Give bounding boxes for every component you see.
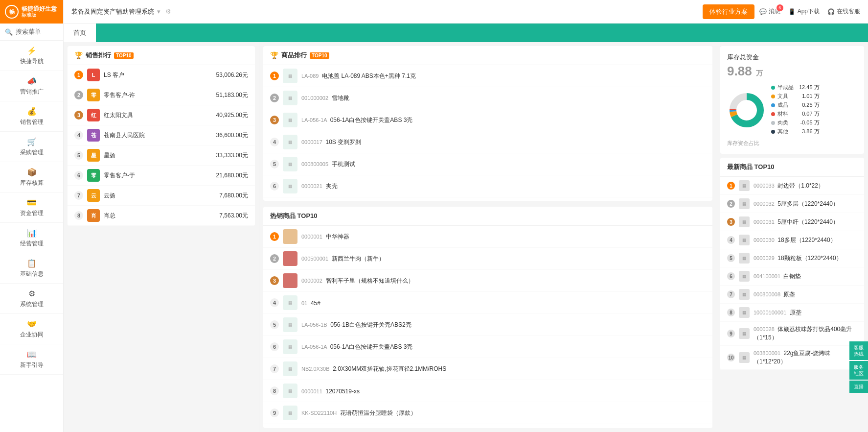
sidebar-item-marketing[interactable]: 📣 营销推广 — [0, 71, 63, 101]
app-download-btn[interactable]: 📱 App下载 — [788, 7, 820, 16]
product-code: 001000002 — [301, 95, 330, 101]
hot-product-item: 9 ▦ KK-SD22110H 花语萌恒温分腿睡袋（厚款） — [263, 402, 712, 424]
hot-product-list: 1 0000001 中华神器 2 000500001 新西兰牛肉（新牛） 3 0… — [263, 226, 712, 424]
sidebar-item-operation[interactable]: 📊 经营管理 — [0, 223, 63, 253]
sidebar-item-enterprise[interactable]: 🤝 企业协同 — [0, 314, 63, 344]
product-name: 056-1A白色按键开关盖ABS 3壳 — [330, 117, 413, 123]
sidebar-label: 新手引导 — [20, 361, 44, 369]
sales-rank-title: 销售排行 — [86, 51, 111, 60]
sidebar-label: 系统管理 — [20, 300, 44, 309]
newest-thumb: ▦ — [739, 352, 750, 363]
sidebar-item-inventory[interactable]: 📦 库存核算 — [0, 162, 63, 192]
donut-section: 半成品 12.45 万 文具 1.01 万 成品 0.25 万 材料 0.07 … — [727, 84, 857, 137]
tab-home[interactable]: 首页 — [64, 24, 96, 42]
chevron-down-icon[interactable]: ▾ — [157, 8, 160, 15]
rank-number: 1 — [270, 72, 279, 80]
product-code: 000500001 — [301, 256, 330, 262]
product-name: 056-1B白色按键开关壳ABS2壳 — [330, 321, 411, 328]
donut-chart — [727, 91, 766, 130]
legend-label: 半成品 — [777, 84, 794, 91]
rank-avatar: L — [87, 69, 100, 81]
message-btn[interactable]: 💬 消息 6 — [759, 7, 780, 16]
cs-hotline[interactable]: 客服热线 — [849, 341, 868, 360]
operation-icon: 📊 — [27, 228, 37, 238]
rank-number: 4 — [74, 131, 83, 140]
product-name: 新西兰牛肉（新牛） — [332, 255, 385, 262]
hot-product-item: 4 ▦ 01 45# — [263, 292, 712, 314]
newest-info: 0000033 封边带（1.0*22） — [754, 182, 857, 190]
sidebar-item-purchase[interactable]: 🛒 采购管理 — [0, 132, 63, 162]
sidebar-label: 资金管理 — [20, 209, 44, 217]
newest-item: 7 ▦ 000800008 原垄 — [720, 286, 864, 304]
product-name: 雪地靴 — [332, 95, 349, 101]
product-info: 000800005 手机测试 — [301, 160, 706, 168]
newest-thumb: ▦ — [739, 328, 750, 339]
newest-code: 003800001 — [754, 350, 782, 356]
placeholder-icon: ▦ — [288, 162, 293, 167]
svg-point-5 — [737, 100, 756, 120]
inventory-title: 库存总资金 — [727, 53, 857, 62]
product-name: 智利车子里（规格不知道填什么） — [326, 277, 414, 284]
product-thumb — [283, 251, 297, 266]
rank-number: 6 — [270, 342, 279, 351]
message-icon: 💬 — [759, 8, 767, 15]
newest-item: 2 ▦ 0000032 5厘多层（1220*2440） — [720, 195, 864, 213]
search-menu[interactable]: 🔍 搜索菜单 — [0, 24, 63, 41]
sidebar-item-basic-info[interactable]: 📋 基础信息 — [0, 253, 63, 284]
sales-rank-card: 🏆 销售排行 TOP10 1 L LS 客户 53,006.26元 2 零 零售… — [68, 46, 255, 226]
product-info: NB2.0X30B 2.0X30MM双搓花轴,搓花直径2.1MM/ROHS — [301, 365, 706, 373]
newest-info: 0000029 18颗粒板（1220*2440） — [754, 254, 857, 263]
sidebar-item-guide[interactable]: 📖 新手引导 — [0, 344, 63, 375]
guide-icon: 📖 — [27, 349, 37, 359]
placeholder-icon: ▦ — [288, 118, 293, 122]
product-rank2-list: 1 ▦ LA-089 电池盖 LA-089 ABS本色+黑种 7.1克 2 ▦ … — [263, 65, 712, 201]
product-code: 0000021 — [301, 183, 324, 189]
settings-icon[interactable]: ⚙ — [165, 8, 171, 15]
newest-code: 000800008 — [754, 291, 782, 297]
product-name: 电池盖 LA-089 ABS本色+黑种 7.1克 — [322, 72, 416, 79]
topbar: 装备及固定资产辅助管理系统 ▾ ⚙ 体验行业方案 💬 消息 6 📱 App下载 … — [64, 0, 868, 24]
sidebar-item-quick-nav[interactable]: ⚡ 快捷导航 — [0, 41, 63, 71]
legend-dot — [771, 130, 775, 134]
sidebar-item-system[interactable]: ⚙ 系统管理 — [0, 284, 63, 314]
product-rank2-item: 7 ▦ LA-59651-1B 59651-1B旋转投影灯电池盒ABS黑色+58… — [263, 197, 712, 201]
sidebar-item-sales[interactable]: 💰 销售管理 — [0, 101, 63, 132]
rank-number: 1 — [74, 71, 83, 79]
sidebar-label: 基础信息 — [20, 270, 44, 278]
newest-name: 白钢垫 — [783, 273, 801, 280]
inventory-unit: 万 — [756, 69, 763, 77]
product-rank2-header: 🏆 商品排行 TOP10 — [263, 46, 712, 65]
newest-info: 003800001 22g鱼豆腐-烧烤味（1*12*20） — [754, 349, 857, 366]
product-code: 0000011 — [301, 388, 324, 394]
product-code: 0000017 — [301, 139, 324, 145]
product-info: 01 45# — [301, 299, 706, 307]
product-name: 12070519-xs — [326, 388, 360, 395]
service-icon: 🎧 — [827, 8, 835, 15]
cs-live[interactable]: 直播 — [849, 381, 868, 393]
product-thumb: ▦ — [283, 361, 297, 376]
newest-rank-number: 6 — [727, 272, 735, 280]
product-thumb — [283, 273, 297, 288]
sidebar: 畅 畅捷通好生意 标准版 🔍 搜索菜单 ⚡ 快捷导航 📣 营销推广 💰 销售管理… — [0, 0, 64, 432]
newest-item: 3 ▦ 0000031 5厘中纤（1220*2440） — [720, 213, 864, 231]
product-name: 056-1A白色按键开关盖ABS 3壳 — [330, 343, 413, 350]
hot-product-item: 5 ▦ LA-056-1B 056-1B白色按键开关壳ABS2壳 — [263, 314, 712, 336]
product-info: KK-SD22110H 花语萌恒温分腿睡袋（厚款） — [301, 409, 706, 417]
product-code: 000800005 — [301, 161, 330, 167]
try-btn[interactable]: 体验行业方案 — [703, 4, 754, 19]
quick-nav-icon: ⚡ — [27, 46, 37, 55]
rank-number: 7 — [74, 191, 83, 200]
sidebar-item-finance[interactable]: 💳 资金管理 — [0, 192, 63, 223]
legend-item: 成品 0.25 万 — [771, 101, 820, 109]
product-code: 0000002 — [301, 278, 324, 284]
newest-info: 10000100001 原垄 — [754, 309, 857, 317]
rank-avatar: 红 — [87, 109, 100, 121]
placeholder-icon: ▦ — [288, 96, 293, 100]
product-thumb — [283, 229, 297, 244]
newest-rank-number: 1 — [727, 182, 735, 190]
online-service-btn[interactable]: 🎧 在线客服 — [827, 7, 860, 16]
product-info: LA-089 电池盖 LA-089 ABS本色+黑种 7.1克 — [301, 72, 706, 80]
cs-community[interactable]: 服务社区 — [849, 361, 868, 380]
product-name: 中华神器 — [326, 233, 349, 240]
rank-item: 6 零 零售客户-于 21,680.00元 — [68, 166, 255, 186]
